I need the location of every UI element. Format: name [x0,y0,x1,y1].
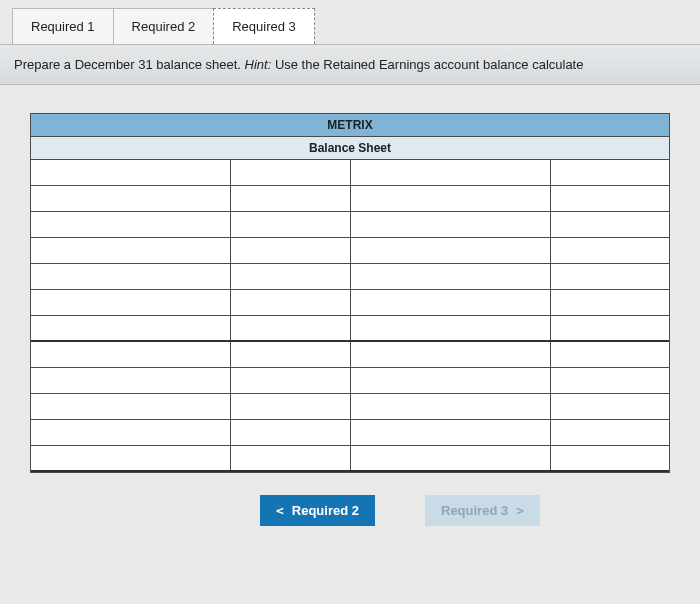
cell-input[interactable] [351,368,551,393]
cell-input[interactable] [31,316,231,340]
company-name: METRIX [31,114,669,137]
sheet-title: Balance Sheet [31,137,669,160]
cell-input[interactable] [351,160,551,185]
cell-input[interactable] [551,238,671,263]
cell-input[interactable] [551,420,671,445]
cell-input[interactable] [31,264,231,289]
cell-input[interactable] [231,342,351,367]
cell-input[interactable] [551,264,671,289]
cell-input[interactable] [351,394,551,419]
next-button: Required 3 > [425,495,540,526]
sheet-header: METRIX Balance Sheet [31,114,669,160]
sheet-area: METRIX Balance Sheet [0,85,700,481]
cell-input[interactable] [551,160,671,185]
cell-input[interactable] [231,186,351,211]
cell-input[interactable] [351,264,551,289]
cell-input[interactable] [351,446,551,470]
sheet-body [31,160,669,472]
cell-input[interactable] [31,238,231,263]
cell-input[interactable] [31,368,231,393]
cell-input[interactable] [551,342,671,367]
cell-input[interactable] [231,446,351,470]
cell-input[interactable] [31,446,231,470]
cell-input[interactable] [231,264,351,289]
cell-input[interactable] [231,368,351,393]
instruction-bar: Prepare a December 31 balance sheet. Hin… [0,44,700,85]
cell-input[interactable] [31,186,231,211]
cell-input[interactable] [351,238,551,263]
cell-input[interactable] [31,212,231,237]
cell-input[interactable] [31,420,231,445]
cell-input[interactable] [231,212,351,237]
cell-input[interactable] [551,394,671,419]
tab-required-3[interactable]: Required 3 [213,8,315,44]
cell-input[interactable] [231,394,351,419]
cell-input[interactable] [551,316,671,340]
cell-input[interactable] [551,212,671,237]
tab-bar: Required 1 Required 2 Required 3 [0,8,700,44]
instruction-text: Prepare a December 31 balance sheet. [14,57,245,72]
prev-button-label: Required 2 [292,503,359,518]
cell-input[interactable] [351,186,551,211]
cell-input[interactable] [31,160,231,185]
hint-label: Hint: [245,57,272,72]
cell-input[interactable] [31,290,231,315]
prev-button[interactable]: < Required 2 [260,495,375,526]
cell-input[interactable] [231,420,351,445]
balance-sheet-table: METRIX Balance Sheet [30,113,670,473]
cell-input[interactable] [231,316,351,340]
cell-input[interactable] [231,290,351,315]
tab-required-1[interactable]: Required 1 [12,8,114,44]
chevron-right-icon: > [516,503,524,518]
cell-input[interactable] [31,394,231,419]
cell-input[interactable] [351,420,551,445]
cell-input[interactable] [551,446,671,470]
cell-input[interactable] [31,342,231,367]
tab-required-2[interactable]: Required 2 [113,8,215,44]
cell-input[interactable] [351,290,551,315]
next-button-label: Required 3 [441,503,508,518]
worksheet-container: Required 1 Required 2 Required 3 Prepare… [0,0,700,604]
chevron-left-icon: < [276,503,284,518]
cell-input[interactable] [551,290,671,315]
cell-input[interactable] [551,368,671,393]
cell-input[interactable] [231,160,351,185]
instruction-text-2: Use the Retained Earnings account balanc… [271,57,583,72]
cell-input[interactable] [551,186,671,211]
cell-input[interactable] [351,212,551,237]
cell-input[interactable] [351,342,551,367]
cell-input[interactable] [231,238,351,263]
nav-buttons: < Required 2 Required 3 > [0,481,700,526]
cell-input[interactable] [351,316,551,340]
